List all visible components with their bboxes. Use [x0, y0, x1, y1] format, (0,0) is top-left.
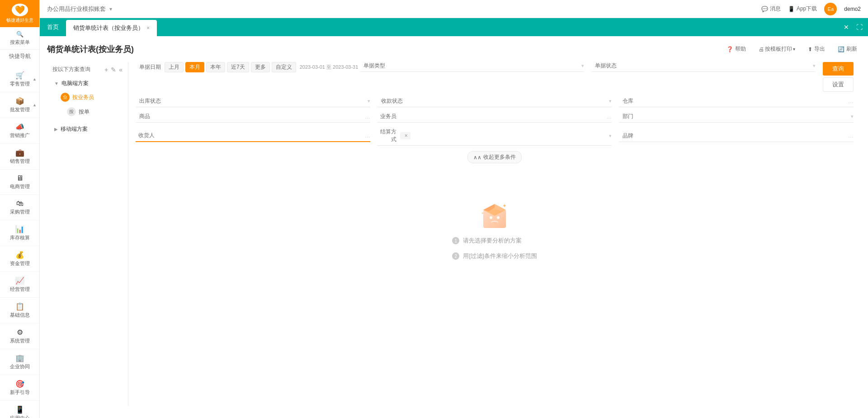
settlement-input: ×: [400, 132, 606, 139]
tree-by-salesperson[interactable]: 业 按业务员: [47, 90, 128, 104]
goods-dots[interactable]: …: [365, 114, 370, 120]
sidebar-item-inventory[interactable]: 📊 库存核算: [0, 220, 39, 246]
page-title: 销货单统计表(按业务员): [47, 44, 134, 55]
sidebar-item-app[interactable]: 📱 应用中心: [0, 401, 39, 418]
settlement-tag: ×: [400, 132, 410, 139]
logo-icon: 🧡: [12, 4, 28, 16]
sidebar-item-retail[interactable]: 🛒 零售管理 ▲: [0, 66, 39, 92]
marketing-label: 营销推广: [10, 132, 30, 139]
app-label: 应用中心: [10, 415, 30, 418]
tree-desktop-item[interactable]: ▼ 电脑端方案: [47, 77, 128, 90]
out-status-select[interactable]: ▾: [165, 98, 370, 104]
date-btn-custom[interactable]: 自定义: [272, 62, 296, 72]
collection-arrow: ▾: [609, 98, 612, 104]
left-panel: 按以下方案查询 + ✎ « ▼ 电脑端方案 业 按业务员: [47, 62, 128, 406]
settlement-tag-close[interactable]: ×: [405, 133, 408, 139]
add-scheme-icon[interactable]: +: [104, 66, 108, 73]
left-panel-title: 按以下方案查询: [52, 66, 90, 73]
sidebar-item-wholesale[interactable]: 📦 批发管理 ▲: [0, 92, 39, 118]
ecommerce-icon: 🖥: [16, 174, 24, 182]
step1-text: 请先选择要分析的方案: [463, 235, 522, 247]
sidebar-item-system[interactable]: ⚙ 系统管理: [0, 323, 39, 349]
sidebar-item-sales[interactable]: 💼 销售管理: [0, 144, 39, 170]
empty-step-1: 1 请先选择要分析的方案: [452, 235, 522, 247]
sidebar-item-operations[interactable]: 📈 经营管理: [0, 272, 39, 298]
operations-icon: 📈: [15, 276, 24, 285]
receiver-input[interactable]: [158, 133, 361, 139]
date-btn-more[interactable]: 更多: [251, 62, 270, 72]
tree-mobile-arrow: ▶: [54, 127, 58, 132]
date-btn-7days[interactable]: 近7天: [227, 62, 249, 72]
tree-mobile-item[interactable]: ▶ 移动端方案: [47, 123, 128, 136]
content-area: 销货单统计表(按业务员) ❓ 帮助 🖨 按模板打印 ▾ ⬆ 导出: [40, 36, 868, 418]
tree-by-order[interactable]: 按 按单: [47, 104, 128, 119]
tree-desktop-arrow: ▼: [54, 81, 59, 86]
tab-report-label: 销货单统计表（按业务员）: [73, 24, 144, 32]
collapse-panel-icon[interactable]: «: [119, 66, 123, 73]
filter-row-2: 出库状态 ▾ 收款状态 ▾ 仓库: [136, 97, 854, 107]
collapse-arrow-icon: ∧∧: [473, 154, 481, 161]
brand-dots[interactable]: …: [848, 133, 854, 139]
receiver-dots[interactable]: …: [365, 133, 370, 139]
window-expand-button[interactable]: ⛶: [854, 22, 864, 33]
main-area: 办公用品行业模拟账套 ▾ 💬 消息 📱 App下载 Ea demo2 首页 销货…: [40, 0, 868, 418]
collapse-btn[interactable]: ∧∧ 收起更多条件: [467, 151, 522, 163]
app-download-button[interactable]: 📱 App下载: [788, 5, 817, 13]
settlement-arrow[interactable]: ▾: [609, 133, 612, 139]
status-select[interactable]: ▾: [620, 63, 816, 69]
settings-button[interactable]: 设置: [823, 77, 854, 92]
sidebar-item-marketing[interactable]: 📣 营销推广: [0, 118, 39, 144]
receiver-label: 收货人: [136, 132, 155, 139]
sidebar-item-basic[interactable]: 📋 基础信息: [0, 298, 39, 323]
collection-status-cell: 收款状态 ▾: [377, 97, 612, 107]
salesperson-label: 按业务员: [72, 94, 94, 101]
sidebar-item-finance[interactable]: 💰 资金管理: [0, 246, 39, 272]
help-button[interactable]: ❓ 帮助: [723, 43, 750, 55]
department-arrow[interactable]: ▾: [851, 114, 854, 119]
type-dropdown-arrow: ▾: [581, 63, 584, 69]
edit-scheme-icon[interactable]: ✎: [111, 66, 116, 73]
tab-home[interactable]: 首页: [40, 18, 66, 36]
message-icon: 💬: [761, 6, 768, 12]
export-icon: ⬆: [808, 46, 812, 52]
sidebar-item-corp[interactable]: 🏢 企业协同: [0, 349, 39, 375]
main-layout: 按以下方案查询 + ✎ « ▼ 电脑端方案 业 按业务员: [47, 62, 861, 406]
salesperson-dots[interactable]: …: [606, 114, 612, 120]
collection-select[interactable]: ▾: [406, 98, 612, 104]
svg-text:✦: ✦: [481, 211, 484, 215]
svg-text:✦: ✦: [502, 203, 507, 209]
tab-close-icon[interactable]: ×: [146, 25, 150, 31]
system-label: 系统管理: [10, 337, 30, 344]
window-close-button[interactable]: ✕: [842, 22, 851, 33]
search-menu-item[interactable]: 🔍 搜索菜单: [0, 27, 39, 50]
sidebar-item-newbie[interactable]: 🎯 新手引导: [0, 375, 39, 401]
print-button[interactable]: 🖨 按模板打印 ▾: [755, 43, 799, 55]
breadcrumb-dropdown-icon[interactable]: ▾: [109, 6, 112, 12]
user-avatar[interactable]: Ea: [824, 3, 837, 15]
wholesale-icon: 📦: [15, 97, 24, 105]
quicknav-item[interactable]: 快捷导航: [0, 50, 39, 63]
message-button[interactable]: 💬 消息: [761, 5, 781, 13]
refresh-icon: 🔄: [838, 46, 844, 52]
empty-step-2: 2 用[过滤]条件来缩小分析范围: [452, 250, 537, 262]
date-btn-thismonth[interactable]: 本月: [185, 62, 204, 72]
date-btn-lastmonth[interactable]: 上月: [165, 62, 184, 72]
topbar-left: 办公用品行业模拟账套 ▾: [47, 5, 112, 13]
date-btn-thisyear[interactable]: 本年: [206, 62, 225, 72]
search-label: 搜索菜单: [10, 39, 30, 46]
export-button[interactable]: ⬆ 导出: [804, 43, 829, 55]
marketing-icon: 📣: [15, 123, 24, 131]
refresh-button[interactable]: 🔄 刷新: [834, 43, 861, 55]
tree-mobile-label: 移动端方案: [61, 125, 88, 133]
sidebar-item-purchase[interactable]: 🛍 采购管理: [0, 195, 39, 220]
step2-num: 2: [452, 252, 459, 260]
sidebar-item-ecommerce[interactable]: 🖥 电商管理: [0, 170, 39, 195]
type-select[interactable]: ▾: [389, 63, 584, 69]
tab-report[interactable]: 销货单统计表（按业务员） ×: [66, 20, 157, 36]
retail-label: 零售管理: [10, 81, 30, 87]
warehouse-dots[interactable]: …: [848, 98, 854, 104]
order-icon: 按: [67, 107, 76, 116]
tabs-window-actions: ✕ ⛶: [842, 22, 868, 33]
query-button[interactable]: 查询: [823, 62, 854, 76]
newbie-label: 新手引导: [10, 389, 30, 396]
